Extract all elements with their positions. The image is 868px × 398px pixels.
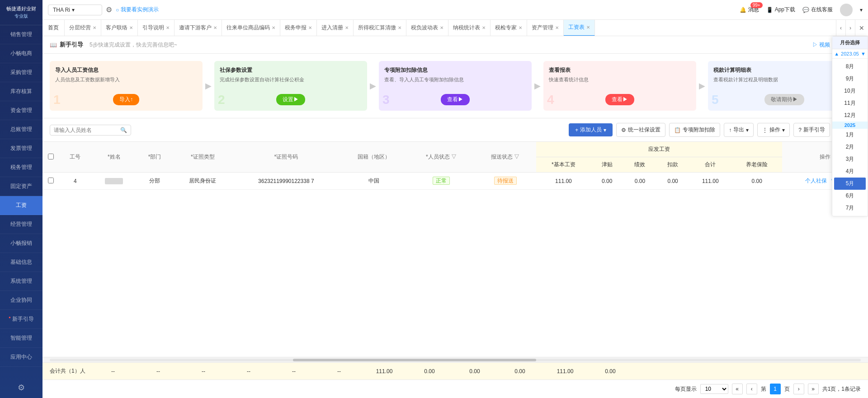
tab-close-icon[interactable]: ✕ <box>555 25 559 30</box>
sidebar-item-guide[interactable]: ● 新手引导 <box>0 310 42 329</box>
tab-close-icon[interactable]: ✕ <box>398 25 401 30</box>
sidebar-item-ops[interactable]: 经营管理 <box>0 215 42 234</box>
sidebar-item-purchase[interactable]: 采购管理 <box>0 63 42 82</box>
year-up-icon[interactable]: ▲ <box>834 51 839 56</box>
tab-close-icon[interactable]: ✕ <box>519 25 522 30</box>
month-item-3[interactable]: 3月 <box>832 153 868 165</box>
month-item-8[interactable]: 8月 <box>832 61 868 73</box>
tab-tax-stat[interactable]: 纳税统计表 ✕ <box>448 20 491 36</box>
export-button[interactable]: ↑ 导出 ▾ <box>724 123 754 137</box>
demo-button[interactable]: ○ 我要看实例演示 <box>116 6 159 14</box>
scrollbar-track[interactable] <box>50 359 861 361</box>
add-staff-button[interactable]: + 添加人员 ▾ <box>569 123 613 136</box>
special-deduct-button[interactable]: 📋 专项附加扣除 <box>669 123 720 137</box>
tab-tax-report[interactable]: 税务申报 ✕ <box>280 20 317 36</box>
tab-clear[interactable]: 进入清册 ✕ <box>317 20 354 36</box>
notification-button[interactable]: 🔔 消息 99+ <box>740 6 759 14</box>
page-size-select[interactable]: 10 20 50 <box>700 384 728 394</box>
step-1-btn[interactable]: 导入↑ <box>113 94 139 105</box>
tab-close-icon[interactable]: ✕ <box>93 25 96 30</box>
filter-icon[interactable]: ▽ <box>514 154 519 160</box>
select-all-checkbox[interactable] <box>48 154 54 159</box>
tab-product[interactable]: 往来单位商品编码 ✕ <box>222 20 280 36</box>
search-input[interactable] <box>54 127 118 133</box>
month-item-6[interactable]: 6月 <box>832 190 868 202</box>
sidebar-item-ecom[interactable]: 小畅电商 <box>0 44 42 63</box>
scrollbar-thumb[interactable] <box>293 359 536 361</box>
user-menu-button[interactable]: ▾ <box>860 7 863 13</box>
month-item-10[interactable]: 10月 <box>832 85 868 97</box>
tab-close-icon[interactable]: ✕ <box>213 25 217 30</box>
sidebar-item-invoice[interactable]: 发票管理 <box>0 139 42 158</box>
step-4-btn[interactable]: 查看▶ <box>605 94 634 105</box>
sidebar-item-ledger[interactable]: 总账管理 <box>0 120 42 139</box>
tab-customer[interactable]: 客户联络 ✕ <box>101 20 138 36</box>
step-3-btn[interactable]: 查看▶ <box>441 94 470 105</box>
tab-segment[interactable]: 分层经营 ✕ <box>65 20 101 36</box>
month-item-5-active[interactable]: 5月 <box>834 178 866 190</box>
tab-payroll[interactable]: 工资表 ✕ <box>564 20 595 36</box>
sidebar-settings-button[interactable]: ⚙ <box>0 377 42 398</box>
tab-close-icon[interactable]: ✕ <box>345 25 349 30</box>
month-item-7[interactable]: 7月 <box>832 202 868 214</box>
tab-tax-expert[interactable]: 税检专家 ✕ <box>491 20 527 36</box>
last-page-btn[interactable]: » <box>808 384 819 394</box>
next-page-btn[interactable]: › <box>793 384 804 394</box>
tab-close-icon[interactable]: ✕ <box>586 25 590 30</box>
tab-home[interactable]: 首页 <box>42 20 65 36</box>
actions-button[interactable]: ⋮ 操作 ▾ <box>757 123 790 137</box>
horizontal-scrollbar[interactable] <box>42 357 868 362</box>
tab-tax-relief[interactable]: 税负波动表 ✕ <box>406 20 448 36</box>
sidebar-item-salary[interactable]: 工资 <box>0 196 42 215</box>
year-down-icon[interactable]: ▼ <box>861 51 866 56</box>
month-item-12[interactable]: 12月 <box>832 109 868 122</box>
row-checkbox[interactable] <box>48 178 54 183</box>
sidebar-item-assets[interactable]: 固定资产 <box>0 177 42 196</box>
company-selector[interactable]: THA Ri ▾ <box>48 5 102 15</box>
tab-close-icon[interactable]: ✕ <box>129 25 133 30</box>
month-item-9[interactable]: 9月 <box>832 73 868 85</box>
sidebar-item-ai[interactable]: 智能管理 <box>0 329 42 348</box>
month-item-11[interactable]: 11月 <box>832 97 868 109</box>
sidebar-item-report[interactable]: 小畅报销 <box>0 234 42 253</box>
current-page-btn[interactable]: 1 <box>770 384 781 394</box>
sidebar-item-inventory[interactable]: 库存核算 <box>0 82 42 101</box>
tab-close-icon[interactable]: ✕ <box>272 25 275 30</box>
filter-icon[interactable]: ▽ <box>451 154 457 160</box>
month-item-4[interactable]: 4月 <box>832 165 868 178</box>
tab-invite[interactable]: 邀请下游客户 ✕ <box>175 20 222 36</box>
tab-guide[interactable]: 引导说明 ✕ <box>138 20 175 36</box>
tab-close-all-button[interactable]: ✕ <box>855 20 868 36</box>
online-service-button[interactable]: 💬 在线客服 <box>802 6 833 14</box>
tab-close-icon[interactable]: ✕ <box>482 25 486 30</box>
tab-prev-button[interactable]: ‹ <box>836 20 845 36</box>
sidebar-item-tax[interactable]: 税务管理 <box>0 158 42 177</box>
sidebar-item-system[interactable]: 系统管理 <box>0 272 42 291</box>
month-item-2[interactable]: 2月 <box>832 141 868 153</box>
tab-close-icon[interactable]: ✕ <box>308 25 312 30</box>
sidebar-item-sales[interactable]: 销售管理 <box>0 25 42 44</box>
month-item-1[interactable]: 1月 <box>832 129 868 141</box>
search-icon[interactable]: 🔍 <box>120 127 127 133</box>
tab-tax-calc[interactable]: 所得税汇算清缴 ✕ <box>354 20 406 36</box>
tab-next-button[interactable]: › <box>845 20 855 36</box>
first-page-btn[interactable]: « <box>732 384 743 394</box>
sidebar-item-apps[interactable]: 应用中心 <box>0 348 42 367</box>
sidebar-item-finance[interactable]: 资金管理 <box>0 101 42 120</box>
step-2-btn[interactable]: 设置▶ <box>276 94 305 105</box>
action-social-security[interactable]: 个人社保 <box>805 178 827 184</box>
sidebar-item-collab[interactable]: 企业协同 <box>0 291 42 310</box>
step-5-btn[interactable]: 敬请期待▶ <box>764 94 804 105</box>
guide-video-link[interactable]: ▷ 视频 <box>812 41 830 49</box>
user-avatar[interactable] <box>840 4 853 16</box>
settings-icon[interactable]: ⚙ <box>106 5 112 14</box>
sidebar-item-basic[interactable]: 基础信息 <box>0 253 42 272</box>
tab-asset-mgr[interactable]: 资产管理 ✕ <box>527 20 564 36</box>
prev-page-btn[interactable]: ‹ <box>746 384 757 394</box>
new-guide-button[interactable]: ? 新手引导 <box>793 123 830 137</box>
tab-close-icon[interactable]: ✕ <box>440 25 443 30</box>
tab-close-icon[interactable]: ✕ <box>166 25 170 30</box>
cell-id-num: 36232119990122338 7 <box>232 173 340 190</box>
unified-settings-button[interactable]: ⚙ 统一社保设置 <box>616 123 665 137</box>
app-download-button[interactable]: 📱 App下载 <box>766 6 795 14</box>
